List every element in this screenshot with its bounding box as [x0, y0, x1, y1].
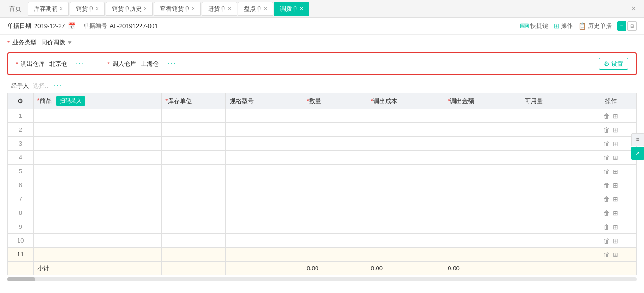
available-cell [521, 109, 585, 123]
transfer-in-label: 调入仓库 [112, 60, 136, 68]
spec-cell[interactable] [226, 109, 303, 123]
delete-icon[interactable]: 🗑 [603, 182, 610, 189]
transfer-in-field: * 调入仓库 上海仓 ··· [107, 60, 176, 68]
tab-close-purchase-order[interactable]: × [228, 6, 231, 12]
col-operation: 操作 [585, 93, 636, 109]
delete-icon[interactable]: 🗑 [603, 168, 610, 175]
tab-sales-order[interactable]: 销货单 × [70, 2, 105, 16]
tab-home[interactable]: 首页 [4, 2, 27, 16]
tab-transfer-order[interactable]: 调拨单 × [274, 2, 309, 16]
cost-cell[interactable] [367, 109, 444, 123]
sidebar-expand-btn[interactable]: ↗ [631, 147, 644, 160]
tab-inventory-check[interactable]: 盘点单 × [238, 2, 273, 16]
toolbar-row: 单据日期 2019-12-27 📅 单据编号 AL-20191227-001 ⌨… [0, 18, 644, 35]
history-icon: 📋 [578, 22, 586, 30]
delete-icon[interactable]: 🗑 [603, 154, 610, 161]
toolbar-right: ⌨ 快捷键 ⊞ 操作 📋 历史单据 ≡ ⊞ [520, 21, 637, 31]
biz-type-select[interactable]: 同价调拨 ▼ [41, 38, 73, 47]
col-available: 可用量 [521, 93, 585, 109]
view-grid-icon[interactable]: ⊞ [627, 21, 637, 31]
tab-close-inventory-check[interactable]: × [264, 6, 267, 12]
delete-icon[interactable]: 🗑 [603, 140, 610, 147]
biz-type-required-star: * [7, 39, 10, 46]
biz-type-label: 业务类型 [12, 38, 36, 47]
transfer-out-dots-btn[interactable]: ··· [76, 60, 85, 68]
table-row: 2 🗑⊞ [8, 123, 637, 137]
shortcut-btn[interactable]: ⌨ 快捷键 [520, 22, 548, 30]
main-content: 单据日期 2019-12-27 📅 单据编号 AL-20191227-001 ⌨… [0, 18, 644, 293]
gear-icon[interactable]: ⚙ [18, 98, 23, 104]
table-row: 4 🗑⊞ [8, 151, 637, 165]
tab-close-view-sales[interactable]: × [192, 6, 195, 12]
delete-icon[interactable]: 🗑 [603, 195, 610, 203]
copy-icon[interactable]: ⊞ [613, 140, 618, 147]
copy-icon[interactable]: ⊞ [613, 154, 618, 161]
table-container: ⚙ *商品 扫码录入 *库存单位 规格型号 *数量 *调出成本 [7, 93, 637, 293]
tab-close-inventory-init[interactable]: × [60, 6, 63, 12]
view-icons-group: ≡ ⊞ [617, 21, 637, 31]
delete-icon[interactable]: 🗑 [603, 251, 610, 258]
table-row: 9 🗑⊞ [8, 220, 637, 234]
date-field-group: 单据日期 2019-12-27 📅 [7, 22, 76, 30]
tab-close-sales-order[interactable]: × [96, 6, 99, 12]
unit-cell[interactable] [162, 109, 226, 123]
row-number: 1 [8, 109, 34, 123]
subtotal-amount: 0.00 [444, 262, 521, 275]
person-select[interactable]: 选择... [33, 82, 50, 90]
tab-purchase-order[interactable]: 进货单 × [202, 2, 237, 16]
col-product: *商品 扫码录入 [33, 93, 162, 109]
items-table: ⚙ *商品 扫码录入 *库存单位 规格型号 *数量 *调出成本 [7, 93, 637, 275]
date-value: 2019-12-27 [34, 23, 65, 30]
product-cell[interactable] [33, 109, 162, 123]
person-dots-btn[interactable]: ··· [54, 82, 62, 90]
col-cost: *调出成本 [367, 93, 444, 109]
copy-icon[interactable]: ⊞ [613, 126, 618, 134]
table-row: 6 🗑⊞ [8, 178, 637, 192]
copy-icon[interactable]: ⊞ [613, 237, 618, 244]
history-btn[interactable]: 📋 历史单据 [578, 22, 612, 30]
person-label: 经手人 [7, 82, 29, 90]
settings-button[interactable]: ⚙ 设置 [599, 58, 628, 70]
tab-view-sales[interactable]: 查看销货单 × [154, 2, 201, 16]
delete-icon[interactable]: 🗑 [603, 223, 610, 231]
col-unit: *库存单位 [162, 93, 226, 109]
view-list-icon[interactable]: ≡ [617, 21, 626, 31]
amount-cell[interactable] [444, 109, 521, 123]
transfer-out-value: 北京仓 [49, 60, 67, 68]
copy-icon[interactable]: ⊞ [613, 195, 618, 203]
operation-btn[interactable]: ⊞ 操作 [554, 22, 573, 30]
copy-icon[interactable]: ⊞ [613, 168, 618, 175]
col-gear: ⚙ [8, 93, 34, 109]
scan-entry-button[interactable]: 扫码录入 [56, 96, 85, 106]
copy-icon[interactable]: ⊞ [613, 223, 618, 231]
copy-icon[interactable]: ⊞ [613, 251, 618, 258]
copy-icon[interactable]: ⊞ [613, 209, 618, 217]
op-cell: 🗑 ⊞ [585, 109, 636, 123]
delete-icon[interactable]: 🗑 [603, 112, 610, 120]
tab-inventory-init[interactable]: 库存期初 × [28, 2, 69, 16]
qty-cell[interactable] [303, 109, 367, 123]
settings-right-area: ⚙ 设置 [599, 58, 628, 70]
transfer-in-star: * [107, 61, 109, 67]
doc-number-label: 单据编号 [83, 22, 107, 30]
delete-icon[interactable]: 🗑 [603, 237, 610, 244]
sidebar-list-btn[interactable]: ≡ [631, 133, 644, 146]
delete-icon[interactable]: 🗑 [603, 126, 610, 134]
tab-sales-history[interactable]: 销货单历史 × [106, 2, 153, 16]
right-sidebar: ≡ ↗ [631, 133, 644, 160]
copy-icon[interactable]: ⊞ [613, 112, 618, 120]
table-row: 1 🗑 ⊞ [8, 109, 637, 123]
subtotal-label: 小计 [33, 262, 162, 275]
tab-close-transfer-order[interactable]: × [300, 6, 303, 12]
subtotal-data-row: 小计 0.00 0.00 0.00 [8, 262, 637, 275]
calendar-icon[interactable]: 📅 [68, 22, 76, 30]
window-close-button[interactable]: × [627, 2, 640, 15]
delete-icon[interactable]: 🗑 [603, 209, 610, 217]
warehouse-settings-area: * 调出仓库 北京仓 ··· * 调入仓库 上海仓 ··· ⚙ 设置 [7, 52, 637, 75]
table-header-row: ⚙ *商品 扫码录入 *库存单位 规格型号 *数量 *调出成本 [8, 93, 637, 109]
copy-icon[interactable]: ⊞ [613, 182, 618, 189]
transfer-out-field: * 调出仓库 北京仓 ··· [16, 60, 85, 68]
biz-type-arrow-icon: ▼ [67, 39, 73, 46]
transfer-in-dots-btn[interactable]: ··· [167, 60, 176, 68]
tab-close-sales-history[interactable]: × [144, 6, 147, 12]
